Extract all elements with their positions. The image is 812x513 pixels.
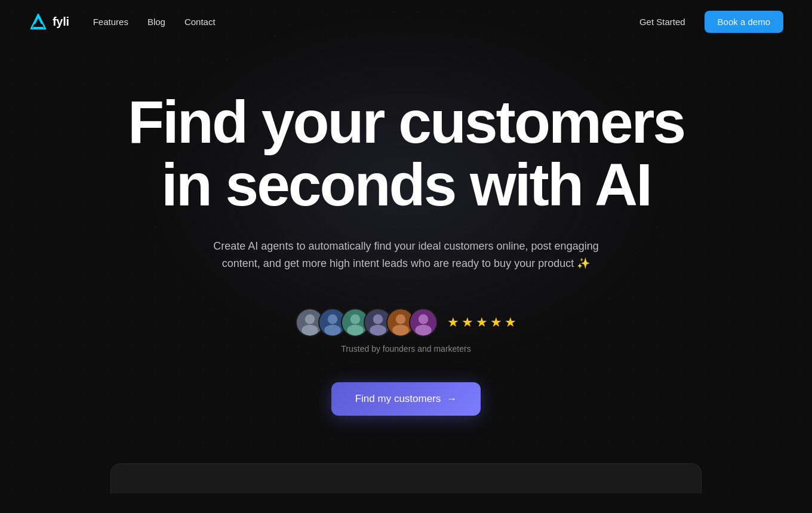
navbar: fyli Features Blog Contact Get Started B… xyxy=(0,0,812,43)
avatar-group xyxy=(296,308,438,337)
logo-text: fyli xyxy=(53,15,69,29)
star-2: ★ xyxy=(462,315,473,330)
get-started-button[interactable]: Get Started xyxy=(632,12,693,32)
nav-link-contact[interactable]: Contact xyxy=(184,17,216,27)
svg-point-7 xyxy=(350,314,361,324)
svg-point-1 xyxy=(305,314,315,324)
star-1: ★ xyxy=(447,315,459,330)
social-proof: ★ ★ ★ ★ ★ Trusted by founders and market… xyxy=(296,308,516,354)
svg-point-13 xyxy=(396,314,406,324)
svg-point-14 xyxy=(392,324,409,335)
nav-link-features[interactable]: Features xyxy=(93,17,128,27)
svg-point-4 xyxy=(328,314,338,324)
find-customers-button[interactable]: Find my customers → xyxy=(331,382,481,416)
cta-section: Find my customers → xyxy=(331,382,481,416)
cta-arrow: → xyxy=(447,393,457,405)
headline-line2: in seconds with AI xyxy=(161,151,651,218)
hero-headline: Find your customers in seconds with AI xyxy=(128,91,684,216)
star-rating: ★ ★ ★ ★ ★ xyxy=(447,315,516,330)
nav-links: Features Blog Contact xyxy=(93,17,216,27)
headline-line1: Find your customers xyxy=(128,88,684,155)
svg-point-5 xyxy=(324,324,341,335)
hero-subtext: Create AI agents to automatically find y… xyxy=(197,238,615,272)
book-demo-button[interactable]: Book a demo xyxy=(705,11,783,33)
nav-left: fyli Features Blog Contact xyxy=(29,12,216,31)
svg-point-17 xyxy=(415,324,432,335)
svg-point-8 xyxy=(347,324,364,335)
avatar-6 xyxy=(409,308,438,337)
svg-point-16 xyxy=(419,314,429,324)
trust-text: Trusted by founders and marketers xyxy=(341,344,470,354)
hero-section: Find your customers in seconds with AI C… xyxy=(0,43,812,493)
nav-link-blog[interactable]: Blog xyxy=(147,17,165,27)
avatars-stars-row: ★ ★ ★ ★ ★ xyxy=(296,308,516,337)
cta-label: Find my customers xyxy=(355,393,441,405)
nav-right: Get Started Book a demo xyxy=(632,11,783,33)
svg-point-11 xyxy=(370,324,386,335)
logo-icon xyxy=(29,12,48,31)
svg-point-10 xyxy=(373,314,383,324)
star-3: ★ xyxy=(476,315,488,330)
logo-link[interactable]: fyli xyxy=(29,12,69,31)
star-4: ★ xyxy=(490,315,502,330)
bottom-card-hint xyxy=(110,463,702,493)
avatar-face-6 xyxy=(410,308,436,337)
star-5: ★ xyxy=(505,315,516,330)
svg-point-2 xyxy=(302,324,318,335)
